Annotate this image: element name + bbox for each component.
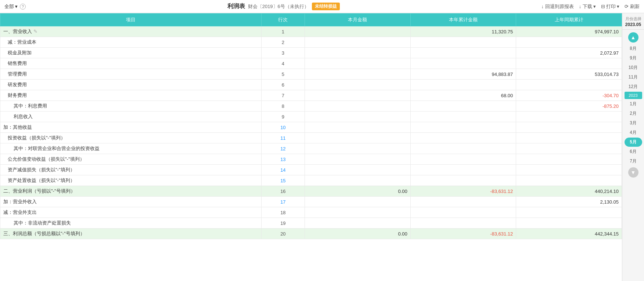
cell-ytd-amount: -83,631.12 <box>410 229 516 239</box>
table-header-row: 项目 行次 本月金额 本年累计金额 上年同期累计 <box>0 14 622 26</box>
print-arrow-icon: ▾ <box>617 4 619 9</box>
table-row: 税金及附加32,072.97 <box>0 48 622 58</box>
cell-month-amount <box>305 175 411 186</box>
cell-ytd-amount <box>410 197 516 207</box>
cell-name: 其中：利息费用 <box>0 101 262 112</box>
report-subtitle: 财会〔2019〕6号（未执行） <box>248 3 309 10</box>
month-item[interactable]: 11月 <box>625 73 642 82</box>
table-row: 利息收入9 <box>0 112 622 122</box>
cell-ytd-amount <box>410 175 516 186</box>
cell-month-amount: 0.00 <box>305 186 411 197</box>
col-header-name: 项目 <box>0 14 262 26</box>
cell-prev-amount: 533,014.73 <box>516 69 622 80</box>
cell-row-num: 18 <box>261 207 305 218</box>
cell-ytd-amount: 94,883.87 <box>410 69 516 80</box>
top-bar-left: 全部 ▾ ? <box>4 3 26 10</box>
month-collapse-btn[interactable]: ▼ <box>628 167 638 178</box>
month-nav-up[interactable]: ▲ <box>628 32 638 43</box>
cell-name: 管理费用 <box>0 69 262 80</box>
cell-name: 二、营业利润（亏损以"-"号填列） <box>0 186 262 197</box>
cell-row-num: 9 <box>261 112 305 122</box>
table-row: 研发费用6 <box>0 80 622 90</box>
cell-prev-amount <box>516 37 622 48</box>
month-item[interactable]: 6月 <box>625 147 642 156</box>
cell-row-num: 13 <box>261 154 305 165</box>
table-row: 管理费用594,883.87533,014.73 <box>0 69 622 80</box>
finance-table: 项目 行次 本月金额 本年累计金额 上年同期累计 一、营业收入✎111,320.… <box>0 13 622 239</box>
cell-name: 研发费用 <box>0 80 262 90</box>
cell-prev-amount: 2,130.05 <box>516 197 622 207</box>
cell-ytd-amount: 11,320.75 <box>410 26 516 37</box>
report-title: 利润表 <box>227 3 245 10</box>
cell-month-amount <box>305 122 411 133</box>
cell-month-amount <box>305 80 411 90</box>
cell-prev-amount: 442,344.15 <box>516 229 622 239</box>
cell-ytd-amount <box>410 48 516 58</box>
cell-month-amount <box>305 48 411 58</box>
month-item[interactable]: 4月 <box>625 128 642 137</box>
edit-icon[interactable]: ✎ <box>33 29 39 34</box>
cell-ytd-amount: 68.00 <box>410 90 516 101</box>
cell-name: 减：营业成本 <box>0 37 262 48</box>
cell-ytd-amount <box>410 37 516 48</box>
month-sidebar-year: 2023.05 <box>623 22 643 28</box>
month-item[interactable]: 10月 <box>625 63 642 72</box>
cell-row-num: 4 <box>261 58 305 69</box>
cell-name: 其中：非流动资产处置损失 <box>0 218 262 229</box>
month-item[interactable]: 2023 <box>625 92 642 99</box>
cell-name: 一、营业收入✎ <box>0 26 262 37</box>
cell-ytd-amount <box>410 101 516 112</box>
cell-month-amount <box>305 207 411 218</box>
cell-row-num: 16 <box>261 186 305 197</box>
scope-dropdown[interactable]: 全部 ▾ <box>4 3 18 10</box>
cell-prev-amount <box>516 122 622 133</box>
col-header-month: 本月金额 <box>305 14 411 26</box>
cell-month-amount <box>305 26 411 37</box>
cell-month-amount <box>305 143 411 154</box>
cell-month-amount <box>305 197 411 207</box>
cell-row-num: 10 <box>261 122 305 133</box>
cell-row-num: 2 <box>261 37 305 48</box>
cell-ytd-amount: -83,631.12 <box>410 186 516 197</box>
cell-name: 加：其他收益 <box>0 122 262 133</box>
cell-month-amount <box>305 165 411 175</box>
refresh-btn[interactable]: ⟳ 刷新 <box>625 3 640 10</box>
cell-month-amount <box>305 69 411 80</box>
table-area: 项目 行次 本月金额 本年累计金额 上年同期累计 一、营业收入✎111,320.… <box>0 13 622 281</box>
month-sidebar-title: 月份选择 2023.05 <box>622 15 644 30</box>
cell-name: 资产处置收益（损失以"-"填列） <box>0 175 262 186</box>
cell-prev-amount <box>516 165 622 175</box>
cell-prev-amount: -304.70 <box>516 90 622 101</box>
month-item[interactable]: 3月 <box>625 118 642 128</box>
month-item[interactable]: 9月 <box>625 54 642 63</box>
cell-row-num: 14 <box>261 165 305 175</box>
back-btn[interactable]: ↓ 回退到原报表 <box>542 3 574 10</box>
table-row: 公允价值变动收益（损失以"-"填列）13 <box>0 154 622 165</box>
month-item[interactable]: 1月 <box>625 99 642 109</box>
table-row: 加：其他收益10 <box>0 122 622 133</box>
month-item[interactable]: 8月 <box>625 44 642 53</box>
cell-prev-amount <box>516 133 622 143</box>
month-item[interactable]: 2月 <box>625 109 642 118</box>
month-item[interactable]: 7月 <box>625 157 642 166</box>
cell-prev-amount <box>516 58 622 69</box>
cell-month-amount <box>305 101 411 112</box>
top-bar-right: ↓ 回退到原报表 ↓ 下载 ▾ ⊟ 打印 ▾ ⟳ 刷新 <box>542 3 640 10</box>
month-sidebar: 月份选择 2023.05 ▲ 8月9月10月11月12月20231月2月3月4月… <box>622 13 644 281</box>
cell-name: 加：营业外收入 <box>0 197 262 207</box>
download-btn[interactable]: ↓ 下载 ▾ <box>579 3 596 10</box>
table-row: 加：营业外收入172,130.05 <box>0 197 622 207</box>
cell-month-amount <box>305 112 411 122</box>
month-item[interactable]: 5月 <box>625 138 642 147</box>
month-item[interactable]: 12月 <box>625 82 642 91</box>
print-btn[interactable]: ⊟ 打印 ▾ <box>601 3 620 10</box>
cell-row-num: 5 <box>261 69 305 80</box>
cell-prev-amount <box>516 175 622 186</box>
month-sidebar-label: 月份选择 <box>623 16 643 22</box>
cell-prev-amount <box>516 154 622 165</box>
cell-name: 税金及附加 <box>0 48 262 58</box>
help-icon[interactable]: ? <box>20 4 26 10</box>
cell-ytd-amount <box>410 80 516 90</box>
cell-name: 财务费用 <box>0 90 262 101</box>
cell-month-amount: 0.00 <box>305 229 411 239</box>
